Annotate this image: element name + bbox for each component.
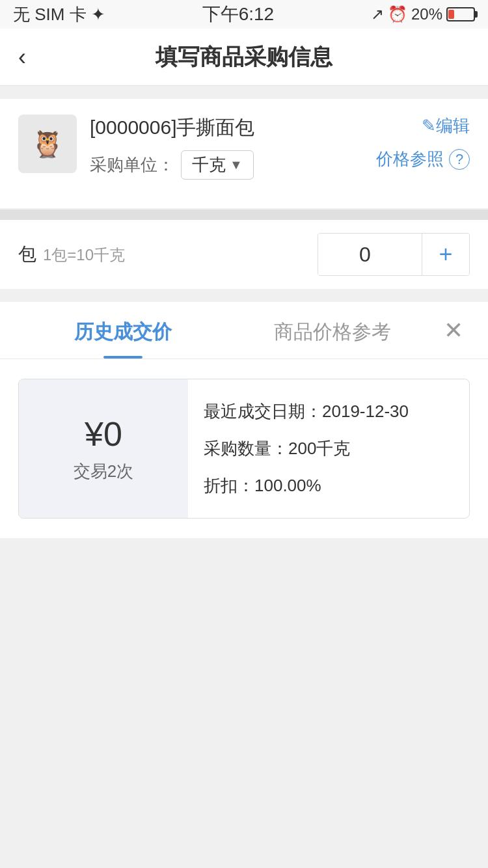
discount-row: 折扣：100.00% [204, 473, 454, 498]
main-content-background [0, 538, 488, 868]
price-reference-button[interactable]: 价格参照 [376, 148, 444, 170]
quantity-left: 包 1包=10千克 [18, 242, 125, 267]
tab-product-price-ref[interactable]: 商品价格参考 [228, 302, 437, 359]
unit-value: 千克 [192, 154, 226, 176]
tab-close-button[interactable]: ✕ [437, 310, 470, 351]
product-info: 🦉 [0000006]手撕面包 采购单位： 千克 ▼ [18, 115, 254, 180]
quantity-unit-badge: 包 [18, 242, 36, 267]
quantity-control: + [318, 233, 470, 276]
product-header: 🦉 [0000006]手撕面包 采购单位： 千克 ▼ ✎编辑 价格参照 ? [18, 115, 470, 180]
battery-percentage: 20% [411, 5, 442, 23]
product-thumbnail: 🦉 [18, 115, 77, 173]
product-name: [0000006]手撕面包 [90, 115, 254, 141]
nav-bar: ‹ 填写商品采购信息 [0, 29, 488, 86]
status-carrier: 无 SIM 卡 ✦ [13, 3, 105, 26]
price-right-panel: 最近成交日期：2019-12-30 采购数量：200千克 折扣：100.00% [188, 379, 469, 518]
battery-fill [448, 10, 454, 19]
discount-value: 100.00% [254, 476, 321, 495]
unit-label: 采购单位： [90, 154, 174, 176]
unit-selector[interactable]: 千克 ▼ [181, 150, 254, 180]
product-logo-icon: 🦉 [31, 129, 64, 159]
price-left-panel: ¥0 交易2次 [19, 379, 188, 518]
last-deal-date-row: 最近成交日期：2019-12-30 [204, 399, 454, 424]
unit-dropdown-arrow-icon: ▼ [230, 157, 243, 172]
product-details: [0000006]手撕面包 采购单位： 千克 ▼ [90, 115, 254, 180]
tab-history-price[interactable]: 历史成交价 [18, 302, 228, 359]
purchase-qty-label: 采购数量： [204, 439, 288, 458]
alarm-icon: ⏰ [388, 5, 407, 23]
quantity-plus-button[interactable]: + [422, 234, 469, 275]
purchase-unit-row: 采购单位： 千克 ▼ [90, 150, 254, 180]
tab-bar: 历史成交价 商品价格参考 ✕ [0, 302, 488, 359]
last-deal-date-value: 2019-12-30 [322, 401, 409, 421]
price-info-card: ¥0 交易2次 最近成交日期：2019-12-30 采购数量：200千克 折扣：… [18, 379, 470, 519]
purchase-qty-row: 采购数量：200千克 [204, 436, 454, 461]
product-actions: ✎编辑 价格参照 ? [376, 115, 470, 170]
quantity-row: 包 1包=10千克 + [0, 220, 488, 289]
edit-button[interactable]: ✎编辑 [422, 115, 470, 137]
location-icon: ↗ [371, 5, 384, 23]
page-title: 填写商品采购信息 [156, 42, 332, 72]
quantity-divider [0, 210, 488, 220]
discount-label: 折扣： [204, 476, 254, 495]
quantity-conversion: 1包=10千克 [43, 245, 125, 265]
product-card: 🦉 [0000006]手撕面包 采购单位： 千克 ▼ ✎编辑 价格参照 ? [0, 99, 488, 208]
purchase-qty-value: 200千克 [288, 439, 350, 458]
price-amount: ¥0 [85, 414, 122, 454]
status-bar: 无 SIM 卡 ✦ 下午6:12 ↗ ⏰ 20% [0, 0, 488, 29]
status-time: 下午6:12 [202, 2, 275, 27]
price-info-section: ¥0 交易2次 最近成交日期：2019-12-30 采购数量：200千克 折扣：… [0, 359, 488, 538]
last-deal-date-label: 最近成交日期： [204, 401, 322, 421]
transaction-count: 交易2次 [74, 460, 133, 483]
quantity-section: 包 1包=10千克 + [0, 210, 488, 289]
battery-icon [446, 7, 475, 21]
price-ref-row: 价格参照 ? [376, 148, 470, 170]
quantity-input[interactable] [318, 234, 422, 275]
help-icon[interactable]: ? [449, 149, 470, 170]
status-right-group: ↗ ⏰ 20% [371, 5, 475, 23]
tab-panel: 历史成交价 商品价格参考 ✕ ¥0 交易2次 最近成交日期：2019-12-30… [0, 302, 488, 538]
back-button[interactable]: ‹ [18, 44, 26, 71]
